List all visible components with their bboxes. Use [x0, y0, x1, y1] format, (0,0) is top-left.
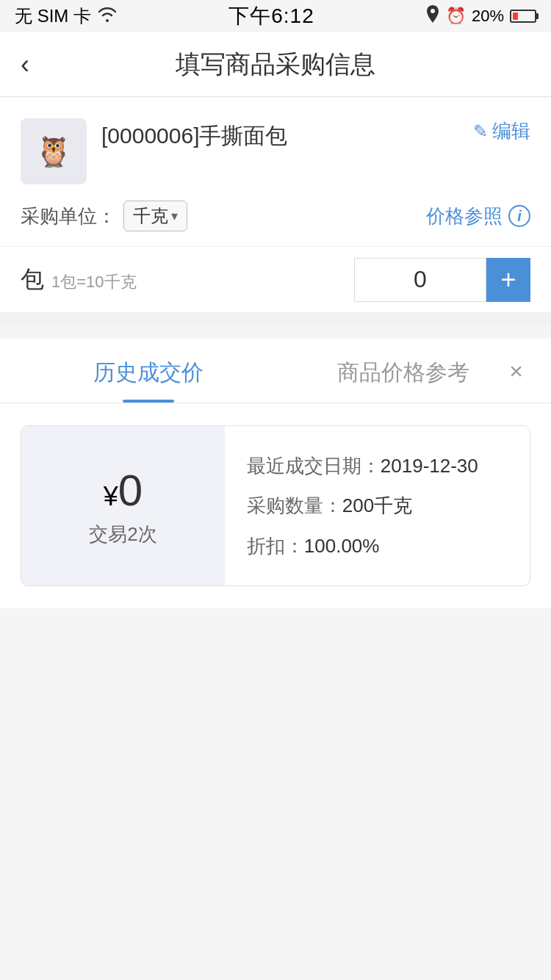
- quantity-label: 包 1包=10千克: [21, 264, 137, 296]
- tab-product-price-ref[interactable]: 商品价格参考: [276, 339, 530, 403]
- price-ref-label: 价格参照: [426, 203, 503, 229]
- quantity-row: 包 1包=10千克 +: [0, 246, 551, 312]
- status-left: 无 SIM 卡: [15, 4, 118, 28]
- price-value: 0: [118, 466, 143, 515]
- battery-icon: [510, 10, 536, 23]
- nav-bar: ‹ 填写商品采购信息: [0, 32, 551, 97]
- price-left-panel: ¥0 交易2次: [21, 426, 225, 586]
- unit-value: 千克: [133, 204, 168, 228]
- tabs-header: 历史成交价 商品价格参考 ×: [0, 339, 551, 403]
- product-header: 🦉 [0000006]手撕面包 ✎ 编辑: [21, 118, 530, 184]
- tab-close-button[interactable]: ×: [502, 350, 530, 392]
- price-reference-button[interactable]: 价格参照 i: [426, 203, 530, 229]
- recent-date-value: 2019-12-30: [381, 455, 478, 477]
- product-left: 🦉 [0000006]手撕面包: [21, 118, 287, 184]
- chevron-down-icon: ▾: [171, 208, 178, 224]
- discount-row: 折扣：100.00%: [247, 533, 508, 559]
- product-thumbnail: 🦉: [21, 118, 87, 184]
- tab-history-price[interactable]: 历史成交价: [21, 339, 276, 403]
- quantity-controls: +: [354, 258, 530, 302]
- alarm-icon: ⏰: [446, 7, 466, 26]
- purchase-quantity-label: 采购数量：: [247, 494, 342, 516]
- purchase-quantity-row: 采购数量：200千克: [247, 492, 508, 519]
- info-icon: i: [508, 205, 530, 227]
- product-name: [0000006]手撕面包: [101, 121, 287, 151]
- page-title: 填写商品采购信息: [176, 48, 375, 82]
- purchase-unit-label: 采购单位：: [21, 203, 116, 229]
- time-display: 下午6:12: [228, 2, 314, 30]
- edit-icon: ✎: [473, 121, 488, 142]
- tab-content-history: ¥0 交易2次 最近成交日期：2019-12-30 采购数量：200千克 折扣：…: [0, 403, 551, 608]
- back-button[interactable]: ‹: [21, 49, 29, 80]
- currency-symbol: ¥: [104, 481, 118, 511]
- unit-selector[interactable]: 千克 ▾: [123, 201, 187, 231]
- purchase-unit-row: 采购单位： 千克 ▾ 价格参照 i: [21, 201, 530, 231]
- price-card: ¥0 交易2次 最近成交日期：2019-12-30 采购数量：200千克 折扣：…: [21, 425, 530, 586]
- recent-date-row: 最近成交日期：2019-12-30: [247, 453, 508, 479]
- discount-value: 100.00%: [304, 535, 380, 557]
- tabs-container: 历史成交价 商品价格参考 × ¥0 交易2次 最近成交日期：2019-12-30…: [0, 339, 551, 608]
- location-icon: [425, 5, 440, 27]
- wifi-icon: [97, 6, 118, 26]
- price-right-panel: 最近成交日期：2019-12-30 采购数量：200千克 折扣：100.00%: [225, 426, 530, 586]
- quantity-input[interactable]: [354, 258, 486, 302]
- section-divider: [0, 312, 551, 325]
- product-owl-icon: 🦉: [35, 134, 72, 169]
- purchase-unit-left: 采购单位： 千克 ▾: [21, 201, 187, 231]
- price-amount-display: ¥0: [104, 465, 143, 516]
- quantity-plus-button[interactable]: +: [486, 258, 530, 302]
- sim-status: 无 SIM 卡: [15, 4, 91, 28]
- status-right: ⏰ 20%: [425, 5, 536, 27]
- purchase-quantity-value: 200千克: [342, 494, 412, 516]
- quantity-conversion: 1包=10千克: [51, 271, 137, 293]
- discount-label: 折扣：: [247, 535, 304, 557]
- battery-percent: 20%: [472, 7, 504, 26]
- edit-button[interactable]: ✎ 编辑: [473, 118, 530, 144]
- quantity-unit: 包: [21, 264, 44, 296]
- status-bar: 无 SIM 卡 下午6:12 ⏰ 20%: [0, 0, 551, 32]
- recent-date-label: 最近成交日期：: [247, 455, 381, 477]
- transactions-label: 交易2次: [89, 522, 156, 547]
- edit-label: 编辑: [492, 118, 530, 144]
- product-card: 🦉 [0000006]手撕面包 ✎ 编辑 采购单位： 千克 ▾ 价格参照 i: [0, 98, 551, 246]
